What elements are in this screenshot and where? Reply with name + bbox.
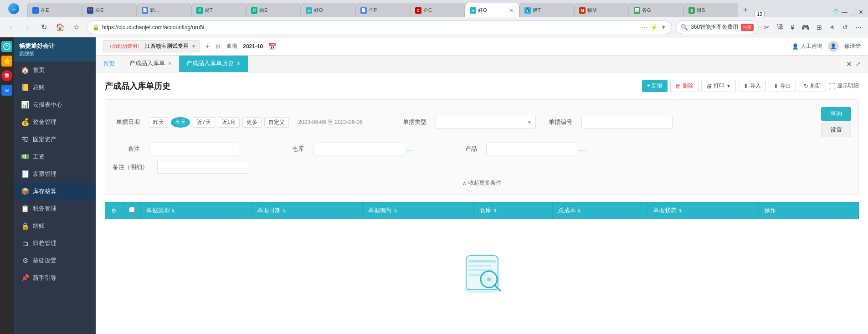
search-bar[interactable]: 🔍 360智能抠图免费用 热搜 [676,21,759,34]
query-button[interactable]: 查询 [821,107,851,121]
shirt-icon[interactable]: 👕 [832,9,840,15]
sidebar-item-home[interactable]: 🏠 首页 [14,62,96,79]
table-col-doctype[interactable]: 单据类型 ⇅ [140,202,252,219]
filter-product-dots[interactable]: … [579,145,586,153]
tab-t4[interactable]: 易 易T [191,3,246,17]
tab-t9[interactable]: ☁ 好O ✕ [465,3,519,17]
sidebar-item-settings[interactable]: ⚙ 基础设置 [14,252,96,269]
app-icon-chanjet[interactable] [1,41,12,52]
calendar-icon[interactable]: 📅 [268,43,276,50]
date-btn-more[interactable]: 更多 [242,117,262,128]
table-col-docno[interactable]: 单据编号 ⇅ [363,202,474,219]
sidebar-item-invoice[interactable]: 🧾 发票管理 [14,165,96,183]
filter-warehouse-dots[interactable]: … [406,145,413,153]
tab-t11[interactable]: M 畅M [574,3,629,17]
tab-t6[interactable]: ☁ 好O [301,3,355,17]
tab-t3[interactable]: 📄 新... [137,3,191,17]
customer-service-button[interactable]: 👤 人工咨询 [792,42,822,50]
import-button[interactable]: ⬆ 导入 [739,80,766,92]
dropdown-arrow-icon[interactable]: ▼ [661,24,666,31]
sidebar-item-inventory[interactable]: 📦 库存核算 [14,183,96,200]
browser-logo-icon[interactable]: → [8,3,19,14]
tab-add-button[interactable]: + [738,3,753,17]
account-selector[interactable]: （勿删勿禁用） 江西赣宝测试专用 ▼ [103,40,200,52]
settings-icon[interactable]: ⋯ [853,23,863,32]
filter-remark-detail-input[interactable] [157,161,248,174]
minimize-icon[interactable]: — [842,9,847,15]
refresh-button[interactable]: ↻ 刷新 [799,80,826,92]
page-tab-doclist[interactable]: 产成品入库单 ✕ [122,56,179,72]
date-btn-yesterday[interactable]: 昨天 [149,117,168,128]
tab-count-badge[interactable]: 12 [755,11,765,17]
yuan-icon[interactable]: ¥ [789,23,796,32]
sidebar-item-ledger[interactable]: 📒 总账 [14,79,96,96]
sidebar-item-payroll[interactable]: 💵 工资 [14,148,96,165]
filter-warehouse-input[interactable] [313,143,404,155]
game-icon[interactable]: 🎮 [800,23,811,32]
tab-close-t9[interactable]: ✕ [508,7,514,14]
sidebar-item-assets[interactable]: 🏗 固定资产 [14,131,96,148]
menu-icon[interactable]: ⋯ [641,24,647,31]
breadcrumb-home[interactable]: 首页 [103,60,115,68]
delete-button[interactable]: 🗑 删除 [670,80,699,92]
sidebar-item-tax[interactable]: 📋 税务管理 [14,200,96,217]
page-tab-history[interactable]: 产成品入库单历史 ✕ [179,56,248,72]
tab-t5[interactable]: 易 易E [246,3,301,17]
scissors-icon[interactable]: ✂ [762,23,771,32]
close-window-icon[interactable]: ✕ [858,9,863,15]
date-btn-1month[interactable]: 近1月 [218,117,240,128]
home-button[interactable]: 🏠 [54,21,67,34]
add-account-button[interactable]: + [205,42,210,51]
date-btn-7days[interactable]: 近7天 [193,117,215,128]
bookmark-button[interactable]: ☆ [70,21,83,34]
grid-icon[interactable]: ⊞ [815,23,824,32]
print-button[interactable]: 🖨 打印 ▼ [701,80,736,92]
page-close-button[interactable]: ✕ ⤢ [839,60,868,68]
table-checkbox-col[interactable] [123,202,140,219]
sidebar-item-funds[interactable]: 💰 资金管理 [14,113,96,131]
tab-t1[interactable]: → 在E [27,3,82,17]
tab-t13[interactable]: S 目S [683,3,738,17]
forward-button[interactable]: › [21,21,34,34]
user-name-button[interactable]: 徐泽华 [844,42,861,50]
show-col-checkbox[interactable] [829,83,835,89]
table-settings-col[interactable]: ⚙ [105,202,123,219]
app-icon-mail[interactable]: ✉ [1,85,12,96]
app-icon-star[interactable]: ⭐ [1,56,12,67]
app-icon-weibo[interactable]: 微 [1,70,12,81]
page-tab-history-close[interactable]: ✕ [236,61,241,67]
lightning-icon[interactable]: ⚡ [650,24,658,31]
address-bar-input[interactable]: 🔒 https://cloud.chanjet.com/accounting/u… [87,21,672,34]
refresh-button[interactable]: ↻ [37,21,50,34]
tab-t2[interactable]: 🛡 在E [82,3,137,17]
table-col-docstatus[interactable]: 单据状态 ⇅ [647,202,758,219]
table-col-totalcost[interactable]: 总成本 ⇅ [552,202,647,219]
tab-t7[interactable]: 📄 个P [355,3,410,17]
collapse-filter-button[interactable]: ∧ 收起更多条件 [113,179,851,187]
page-tab-doclist-close[interactable]: ✕ [168,61,172,67]
restore-icon[interactable]: ⬜ [849,9,857,15]
filter-doctype-select[interactable]: ▼ [436,116,536,128]
back-button[interactable]: ‹ [5,21,17,34]
tab-t12[interactable]: 📊 各G [629,3,683,17]
filter-remark-input[interactable] [149,143,240,155]
account-settings-button[interactable]: ⚙ [215,43,221,50]
date-btn-today[interactable]: 今天 [171,117,190,128]
filter-product-input[interactable] [486,143,577,155]
table-col-docdate[interactable]: 单据日期 ⇅ [252,202,363,219]
sidebar-item-closing[interactable]: 🔒 结账 [14,217,96,235]
sidebar-item-archive[interactable]: 🗂 归档管理 [14,235,96,252]
new-button[interactable]: + 新增 [642,80,668,92]
sidebar-item-reports[interactable]: 📊 云报表中心 [14,96,96,113]
brightness-icon[interactable]: ☀ [827,23,837,32]
export-button[interactable]: ⬇ 导出 [769,80,796,92]
user-avatar[interactable]: 👤 [828,41,839,52]
table-col-warehouse[interactable]: 仓库 ⇅ [474,202,552,219]
tab-t8[interactable]: C 企C [410,3,465,17]
translate-icon[interactable]: 译 [775,22,785,32]
date-btn-custom[interactable]: 自定义 [264,117,289,128]
show-col-toggle[interactable]: 显示明细 [829,82,859,90]
tab-t10[interactable]: 🐧 腾T [519,3,574,17]
sidebar-item-guide[interactable]: 📌 新手引导 [14,269,96,287]
table-select-all[interactable] [129,207,135,213]
